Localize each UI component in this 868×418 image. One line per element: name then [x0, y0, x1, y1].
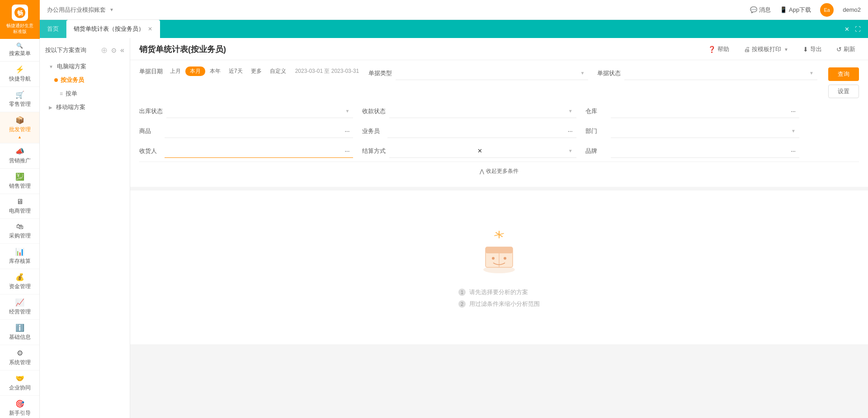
app-version-label: 标准版 [13, 28, 27, 34]
username-label[interactable]: demo2 [843, 6, 861, 13]
newbie-guide-item[interactable]: 🎯 新手引导 [0, 396, 39, 418]
date-filter-cell: 单据日期 上月 本月 本年 近7天 更多 自定义 2023-03-01 至 20… [139, 66, 368, 76]
search-menu-item[interactable]: 🔍 搜索菜单 [0, 39, 39, 62]
date-tab-this-month[interactable]: 本月 [185, 66, 205, 76]
setup-button[interactable]: 设置 [828, 85, 859, 98]
date-tab-this-year[interactable]: 本年 [206, 66, 224, 76]
filter-area: 单据日期 上月 本月 本年 近7天 更多 自定义 2023-03-01 至 20… [130, 60, 868, 187]
page-body: 按以下方案查询 ⊕ ⊙ « ▼ 电脑端方案 按业务员 ≡ [40, 38, 868, 418]
date-tab-last-month[interactable]: 上月 [166, 66, 184, 76]
consignee-input[interactable]: ··· [165, 144, 353, 158]
page-actions: ❓ 帮助 🖨 按模板打印 ▼ ⬇ 导出 ↺ 刷新 [704, 43, 859, 55]
active-dot-icon [54, 78, 58, 82]
maximize-area: ✕ ⛶ [837, 26, 868, 33]
brand-select[interactable]: ··· [611, 144, 799, 158]
warehouse-dots-icon[interactable]: ··· [791, 108, 796, 114]
consignee-dots-icon[interactable]: ··· [344, 147, 349, 154]
collapse-up-icon: ⋀ [480, 168, 484, 175]
settle-clear-icon[interactable]: ✕ [477, 147, 482, 154]
wholesale-icon: 📦 [15, 116, 24, 124]
help-btn[interactable]: ❓ 帮助 [704, 43, 733, 55]
maximize-icon[interactable]: ⛶ [855, 26, 861, 33]
date-tab-group: 上月 本月 本年 近7天 更多 自定义 [166, 66, 290, 76]
inventory-item[interactable]: 📊 库存核算 [0, 244, 39, 269]
app-logo[interactable]: 畅 畅捷通好生意 标准版 [0, 0, 40, 39]
purchase-mgmt-item[interactable]: 🛍 采购管理 [0, 219, 39, 244]
app-name-label: 畅捷通好生意 [6, 23, 33, 28]
finance-item[interactable]: 💰 资金管理 [0, 269, 39, 294]
tip2-num: 2 [458, 300, 466, 308]
main-content: 办公用品行业模拟账套 ▼ 💬 消息 📱 App下载 Ea demo2 首页 销货… [40, 0, 868, 418]
collapse-bar: ⋀ 收起更多条件 [139, 162, 859, 180]
sales-mgmt-item[interactable]: 💹 销售管理 [0, 169, 39, 194]
wholesale-mgmt-item[interactable]: 📦 批发管理 ▲ [0, 112, 39, 143]
workspace-selector[interactable]: 办公用品行业模拟账套 ▼ [47, 6, 114, 14]
user-avatar[interactable]: Ea [820, 3, 834, 17]
finance-icon: 💰 [15, 273, 24, 281]
collapse-btn[interactable]: ⋀ 收起更多条件 [474, 166, 524, 177]
settle-arrow-icon: ▼ [568, 148, 573, 153]
mobile-expand-icon: ▶ [49, 105, 52, 110]
inventory-icon: 📊 [15, 247, 24, 256]
collect-status-select[interactable]: ▼ [389, 104, 576, 118]
sub-icon: ≡ [60, 90, 63, 97]
message-icon: 💬 [750, 6, 757, 13]
brand-dots-icon[interactable]: ··· [791, 147, 796, 154]
doc-type-select[interactable]: ▼ [396, 66, 589, 80]
export-btn[interactable]: ⬇ 导出 [799, 43, 826, 55]
quick-icon: ⚡ [15, 65, 24, 74]
product-dots-icon[interactable]: ··· [344, 128, 349, 134]
template-print-btn[interactable]: 🖨 按模板打印 ▼ [740, 43, 792, 55]
corp-collab-item[interactable]: 🤝 企业协同 [0, 370, 39, 396]
operations-item[interactable]: 📈 经营管理 [0, 294, 39, 320]
consignee-cell: 收货人 ··· [139, 144, 362, 158]
message-btn[interactable]: 💬 消息 [750, 6, 771, 14]
salesperson-dots-icon[interactable]: ··· [568, 128, 573, 134]
dept-select[interactable]: ▼ [611, 124, 799, 138]
refresh-label: 刷新 [844, 45, 855, 53]
by-salesperson-item[interactable]: 按业务员 [40, 73, 130, 87]
doc-status-select[interactable]: ▼ [624, 66, 817, 80]
date-tab-last-7-days[interactable]: 近7天 [225, 66, 246, 76]
product-select[interactable]: ··· [165, 124, 353, 138]
collapse-panel-icon[interactable]: « [120, 46, 124, 54]
stock-out-cell: 出库状态 ▼ [139, 104, 362, 118]
app-download-btn[interactable]: 📱 App下载 [780, 6, 811, 14]
query-button[interactable]: 查询 [828, 67, 859, 81]
by-doc-item[interactable]: ≡ 按单 [40, 87, 130, 100]
warehouse-select[interactable]: ··· [611, 104, 799, 118]
mobile-scheme-section[interactable]: ▶ 移动端方案 [40, 100, 130, 114]
quick-nav-item[interactable]: ⚡ 快捷导航 [0, 62, 39, 87]
date-tab-custom[interactable]: 自定义 [266, 66, 290, 76]
salesperson-select[interactable]: ··· [387, 124, 576, 138]
download-icon: 📱 [780, 6, 787, 13]
settle-method-select[interactable]: ✕ ▼ [389, 144, 576, 158]
tab-close-icon[interactable]: ✕ [148, 26, 152, 32]
refresh-btn[interactable]: ↺ 刷新 [833, 43, 859, 55]
export-icon: ⬇ [803, 46, 808, 53]
retail-mgmt-item[interactable]: 🛒 零售管理 [0, 87, 39, 112]
basic-info-item[interactable]: ℹ️ 基础信息 [0, 320, 39, 345]
sales-stat-tab[interactable]: 销货单统计表（按业务员） ✕ [66, 20, 160, 38]
svg-text:畅: 畅 [17, 10, 23, 16]
close-window-icon[interactable]: ✕ [844, 26, 849, 33]
mobile-scheme-label: 移动端方案 [56, 103, 85, 111]
home-tab[interactable]: 首页 [40, 20, 66, 38]
ecommerce-icon: 🖥 [16, 198, 24, 206]
workspace-label: 办公用品行业模拟账套 [47, 6, 106, 14]
system-mgmt-item[interactable]: ⚙ 系统管理 [0, 345, 39, 370]
stock-out-select[interactable]: ▼ [166, 104, 353, 118]
edit-scheme-icon[interactable]: ⊙ [111, 47, 117, 54]
print-dropdown-icon: ▼ [784, 47, 788, 52]
pc-scheme-section[interactable]: ▼ 电脑端方案 [40, 60, 130, 73]
collab-icon: 🤝 [15, 374, 24, 383]
ecommerce-item[interactable]: 🖥 电商管理 [0, 194, 39, 219]
salesperson-cell: 业务员 ··· [362, 124, 585, 138]
operations-icon: 📈 [15, 298, 24, 307]
salesperson-label: 业务员 [362, 127, 384, 135]
scheme-query-label: 按以下方案查询 [45, 46, 86, 54]
date-tab-more[interactable]: 更多 [247, 66, 265, 76]
marketing-item[interactable]: 📣 营销推广 [0, 143, 39, 169]
add-scheme-icon[interactable]: ⊕ [101, 45, 108, 55]
date-label: 单据日期 [139, 67, 163, 76]
